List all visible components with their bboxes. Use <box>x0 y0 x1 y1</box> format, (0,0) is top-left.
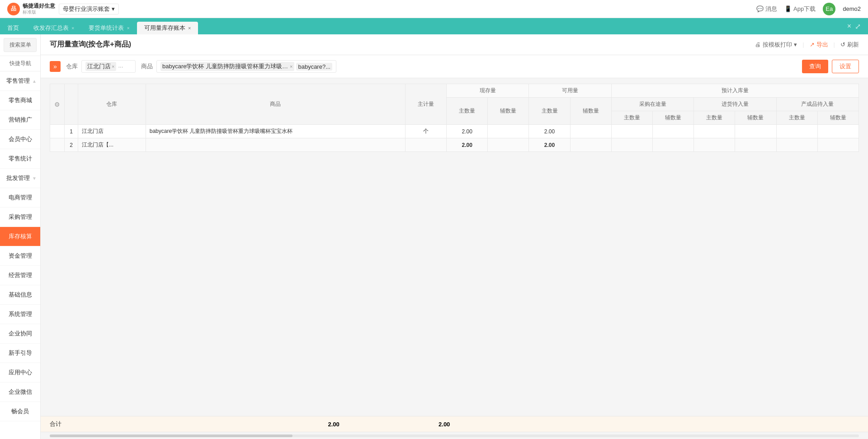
sidebar-item-member-center-label: 会员中心 <box>4 135 37 143</box>
sidebar-item-member-plus[interactable]: 畅会员 <box>0 402 40 421</box>
sidebar-item-retail-mall-label: 零售商城 <box>4 96 37 104</box>
sidebar-item-inventory[interactable]: 库存核算 <box>0 227 40 246</box>
avatar-text: Ea <box>826 5 833 12</box>
sidebar-item-finance-mgmt[interactable]: 资金管理 <box>0 246 40 266</box>
quick-nav-button[interactable]: 快捷导航 <box>0 56 40 71</box>
tab-available-stock[interactable]: 可用量库存账本 × <box>137 22 198 34</box>
message-icon: 💬 <box>756 5 764 12</box>
industry-selector[interactable]: 母婴行业演示账套 ▾ <box>59 4 119 14</box>
divider-2: | <box>834 41 835 48</box>
goods-filter-group: 商品 babycare学饮杯 儿童防摔防撞吸管杯重力球吸嘴杯宝宝水杯 × bab… <box>141 60 336 73</box>
filter-actions: 查询 设置 <box>802 60 859 73</box>
sidebar-item-enterprise-collab[interactable]: 企业协同 <box>0 324 40 344</box>
message-button[interactable]: 💬 消息 <box>756 5 777 13</box>
sidebar-item-enterprise-wechat-label: 企业微信 <box>4 388 37 396</box>
tab-receipts-label: 收发存汇总表 <box>33 24 69 32</box>
stock-main-qty-header: 主数量 <box>447 98 488 125</box>
row-no-1: 1 <box>65 125 78 138</box>
app-download-button[interactable]: 📱 App下载 <box>784 5 816 13</box>
row-no-header <box>65 84 78 125</box>
row-goods-2 <box>146 138 405 152</box>
sidebar-item-ecommerce-mgmt[interactable]: 电商管理 <box>0 188 40 208</box>
dropdown-icon: ▾ <box>794 41 797 48</box>
sidebar-item-retail-mall[interactable]: 零售商城 <box>0 91 40 110</box>
chevron-down-icon: ▾ <box>112 5 115 12</box>
row-product-aux-1 <box>817 125 859 138</box>
row-goods-1: babycare学饮杯 儿童防摔防撞吸管杯重力球吸嘴杯宝宝水杯 <box>146 125 405 138</box>
printer-icon: 🖨 <box>755 41 761 48</box>
row-inbound-main-2 <box>694 138 735 152</box>
expand-button[interactable]: ⤢ <box>855 22 861 31</box>
mobile-icon: 📱 <box>784 5 792 12</box>
warehouse-header: 仓库 <box>78 84 146 125</box>
goods-filter-label: 商品 <box>141 62 153 71</box>
logo-icon: 品 <box>7 3 20 15</box>
horizontal-scrollbar[interactable] <box>41 432 868 439</box>
user-name: demo2 <box>843 5 861 12</box>
filter-dots-1[interactable]: ··· <box>118 63 123 70</box>
sidebar-item-operations-mgmt-label: 经营管理 <box>4 271 37 279</box>
sidebar-item-member-center[interactable]: 会员中心 <box>0 130 40 149</box>
sidebar-item-retail-mgmt[interactable]: 零售管理 ▲ <box>0 71 40 91</box>
tab-purchase-stats[interactable]: 要货单统计表 × <box>81 22 137 34</box>
sidebar-item-wholesale-mgmt[interactable]: 批发管理 ▼ <box>0 169 40 188</box>
warehouse-filter-input[interactable]: 江北门店 × ··· <box>81 60 136 73</box>
stock-aux-qty-header: 辅数量 <box>488 98 529 125</box>
sidebar-item-system-mgmt[interactable]: 系统管理 <box>0 305 40 324</box>
sidebar-item-onboarding-label: 新手引导 <box>4 349 37 357</box>
export-label: 导出 <box>816 41 828 49</box>
close-all-button[interactable]: × <box>847 22 851 31</box>
tab-receipts[interactable]: 收发存汇总表 × <box>26 22 81 34</box>
row-stock-main-2: 2.00 <box>447 138 488 152</box>
purchase-transit-header: 采购在途量 <box>611 98 693 111</box>
template-print-button[interactable]: 🖨 按模板打印 ▾ <box>755 41 797 49</box>
sidebar-item-onboarding[interactable]: 新手引导 <box>0 344 40 363</box>
sidebar-item-purchase-mgmt[interactable]: 采购管理 <box>0 208 40 227</box>
row-avail-aux-2 <box>570 138 611 152</box>
goods-tag-2-text: babycare?... <box>298 63 330 70</box>
current-stock-header: 现存量 <box>447 84 529 98</box>
sidebar-item-basic-info[interactable]: 基础信息 <box>0 285 40 305</box>
goods-tag-1-text: babycare学饮杯 儿童防摔防撞吸管杯重力球吸嘴杯宝宝水杯 <box>162 62 289 71</box>
tab-home[interactable]: 首页 <box>0 22 26 34</box>
goods-filter-input[interactable]: babycare学饮杯 儿童防摔防撞吸管杯重力球吸嘴杯宝宝水杯 × babyca… <box>156 60 336 73</box>
setting-button[interactable]: 设置 <box>832 60 859 73</box>
gear-header: ⚙ <box>50 84 65 125</box>
footer-label: 合计 <box>50 420 140 428</box>
warehouse-tag-close[interactable]: × <box>112 64 114 69</box>
row-purchase-main-1 <box>611 125 652 138</box>
export-button[interactable]: ↗ 导出 <box>810 41 828 49</box>
sidebar-item-operations-mgmt[interactable]: 经营管理 <box>0 266 40 285</box>
query-button[interactable]: 查询 <box>802 60 828 73</box>
sidebar-item-basic-info-label: 基础信息 <box>4 291 37 299</box>
sidebar-item-finance-mgmt-label: 资金管理 <box>4 252 37 260</box>
product-aux-qty-header: 辅数量 <box>817 111 859 125</box>
content-area: 可用量查询(按仓库+商品) 🖨 按模板打印 ▾ | ↗ 导出 | ↺ 刷新 <box>41 34 868 439</box>
sidebar-item-app-center[interactable]: 应用中心 <box>0 363 40 382</box>
tab-close-available-stock[interactable]: × <box>188 25 191 31</box>
purchase-aux-qty-header: 辅数量 <box>653 111 694 125</box>
page-title: 可用量查询(按仓库+商品) <box>50 40 131 49</box>
sidebar-item-marketing[interactable]: 营销推广 <box>0 110 40 130</box>
footer-avail-main: 2.00 <box>417 421 472 428</box>
table-row: 2 江北门店【... 2.00 2.00 <box>50 138 859 152</box>
row-avail-main-1: 2.00 <box>529 125 570 138</box>
avail-main-qty-header: 主数量 <box>529 98 570 125</box>
template-print-label: 按模板打印 <box>763 41 792 49</box>
refresh-button[interactable]: ↺ 刷新 <box>840 41 859 49</box>
goods-tag-2: babycare?... <box>296 63 332 71</box>
divider-1: | <box>802 41 804 48</box>
filter-expand-button[interactable]: » <box>50 61 61 72</box>
scroll-thumb[interactable] <box>50 434 292 437</box>
avail-aux-qty-header: 辅数量 <box>570 98 611 125</box>
goods-tag-1-close[interactable]: × <box>290 64 292 69</box>
avatar[interactable]: Ea <box>823 3 835 15</box>
tab-close-purchase-stats[interactable]: × <box>127 25 129 31</box>
sidebar-item-enterprise-wechat[interactable]: 企业微信 <box>0 382 40 402</box>
refresh-icon: ↺ <box>840 41 845 48</box>
tab-close-receipts[interactable]: × <box>71 25 74 31</box>
sidebar-item-retail-stats[interactable]: 零售统计 <box>0 149 40 169</box>
column-settings-icon[interactable]: ⚙ <box>54 101 60 108</box>
search-menu-button[interactable]: 搜索菜单 <box>4 38 37 52</box>
row-unit-2 <box>405 138 446 152</box>
